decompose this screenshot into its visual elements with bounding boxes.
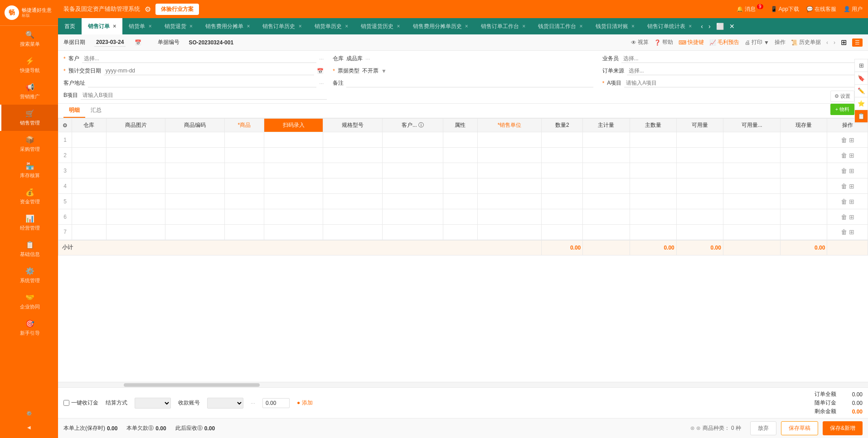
row-image-1[interactable] [106, 132, 165, 148]
tab-sales-return[interactable]: 销货退货 × [158, 18, 199, 34]
address-input[interactable] [88, 79, 316, 87]
tab-reconcile[interactable]: 钱货日清对账 × [589, 18, 641, 34]
tab-close-cost-history[interactable]: × [465, 23, 468, 29]
calendar-icon[interactable]: 📅 [135, 39, 141, 46]
delete-row-4[interactable]: 🗑 [841, 183, 847, 190]
tab-close-daily[interactable]: × [580, 23, 583, 29]
row-unit-1[interactable] [477, 132, 541, 148]
tab-close-all[interactable]: ✕ [727, 23, 737, 30]
tab-close-stats[interactable]: × [689, 23, 692, 29]
sidebar-item-marketing[interactable]: 📢 营销推广 [0, 78, 58, 105]
add-material-btn[interactable]: + 物料 [830, 104, 854, 115]
row-code-2[interactable] [165, 148, 225, 163]
row-available2-1[interactable] [723, 132, 780, 148]
sidebar-item-purchase[interactable]: 📦 采购管理 [0, 131, 58, 157]
user-btn[interactable]: 👤 用户 [844, 5, 863, 13]
payment-select[interactable] [135, 398, 171, 409]
tab-close-sales-bill[interactable]: × [149, 23, 152, 29]
tab-close-split[interactable]: × [247, 23, 250, 29]
nav-prev[interactable]: ‹ [826, 39, 828, 46]
copy-row-6[interactable]: ⊞ [849, 213, 854, 221]
delivery-input[interactable] [104, 67, 315, 75]
delete-row-2[interactable]: 🗑 [841, 152, 847, 159]
invoice-dropdown[interactable]: ▼ [381, 68, 387, 74]
row-current-1[interactable] [781, 132, 827, 148]
copy-row-2[interactable]: ⊞ [849, 152, 854, 159]
row-product-1[interactable] [225, 132, 264, 148]
tab-bill-history[interactable]: 销货单历史 × [308, 18, 354, 34]
row-unit-2[interactable] [477, 148, 541, 163]
tab-sales-bill[interactable]: 销货单 × [122, 18, 158, 34]
sidebar-item-finance[interactable]: 💰 资金管理 [0, 183, 58, 210]
warehouse-dots[interactable]: ··· [365, 56, 370, 62]
row-main-qty-2[interactable] [630, 148, 676, 163]
grid-view-btn[interactable]: ⊞ [841, 38, 847, 47]
copy-row-3[interactable]: ⊞ [849, 167, 854, 174]
copy-row-4[interactable]: ⊞ [849, 183, 854, 190]
th-scan[interactable]: 扫码录入 [264, 119, 323, 132]
row-qty2-1[interactable] [542, 132, 583, 148]
delete-row-7[interactable]: 🗑 [841, 228, 847, 236]
sidebar-item-system[interactable]: ⚙️ 系统管理 [0, 262, 58, 289]
sidebar-settings[interactable]: ⚙️ [3, 407, 55, 419]
add-btn[interactable]: ● 添加 [297, 399, 313, 407]
row-warehouse-1[interactable] [72, 132, 107, 148]
tab-cost-split[interactable]: 销售费用分摊单 × [199, 18, 256, 34]
tab-return-history[interactable]: 销货退货历史 × [354, 18, 406, 34]
tab-order-workbench[interactable]: 销售订单工作台 × [475, 18, 532, 34]
tab-close-sales-order[interactable]: × [113, 23, 116, 29]
row-attr-1[interactable] [443, 132, 478, 148]
address-dots[interactable]: ··· [319, 80, 324, 87]
row-scan-1[interactable] [264, 132, 323, 148]
help-btn[interactable]: ❓ 帮助 [654, 39, 673, 46]
tab-sales-order[interactable]: 销售订单 × [82, 18, 122, 34]
date-value[interactable]: 2023-03-24 [94, 38, 126, 47]
sidebar-item-sales[interactable]: 🛒 销售管理 [0, 105, 58, 131]
tab-next[interactable]: › [706, 23, 713, 30]
save-draft-btn[interactable]: 保存草稿 [781, 421, 818, 435]
staff-input[interactable] [621, 54, 855, 63]
sidebar-item-quick[interactable]: ⚡ 快捷导航 [0, 52, 58, 78]
row-current-2[interactable] [781, 148, 827, 163]
row-spec-1[interactable] [323, 132, 383, 148]
row-main-unit-2[interactable] [583, 148, 630, 163]
operation-btn[interactable]: 操作 [775, 39, 786, 46]
rt-btn-4[interactable]: ⭐ [855, 97, 868, 110]
notification-btn[interactable]: 🔔 消息 9 [737, 5, 763, 13]
th-gear[interactable]: ⚙ [58, 119, 72, 132]
tab-cost-history[interactable]: 销售费用分摊单历史 × [407, 18, 475, 34]
delete-row-5[interactable]: 🗑 [841, 198, 847, 205]
history-btn[interactable]: 📜 历史单据 [791, 39, 821, 46]
sidebar-item-enterprise[interactable]: 🤝 企业协同 [0, 289, 58, 315]
tab-close-return-history[interactable]: × [397, 23, 400, 29]
row-product-2[interactable] [225, 148, 264, 163]
industry-btn[interactable]: 体验行业方案 [155, 4, 199, 15]
amount-input[interactable]: 0.00 [262, 398, 290, 408]
shortcut-btn[interactable]: ⌨ 快捷键 [679, 39, 704, 46]
customer-dots[interactable]: ··· [319, 56, 324, 62]
table-container[interactable]: ⚙ 仓库 商品图片 商品编码 *商品 扫码录入 规格型号 客户... ⓘ 属性 … [58, 118, 868, 382]
row-image-2[interactable] [106, 148, 165, 163]
tab-close-reconcile[interactable]: × [631, 23, 635, 29]
calendar-small-icon[interactable]: 📅 [317, 68, 324, 74]
a-project-input[interactable] [624, 79, 863, 87]
rt-btn-5[interactable]: 📋 [855, 110, 868, 123]
tab-maximize[interactable]: ⬜ [713, 23, 727, 30]
list-view-btn[interactable]: ☰ [852, 39, 863, 47]
delete-row-6[interactable]: 🗑 [841, 213, 847, 221]
copy-row-1[interactable]: ⊞ [849, 136, 854, 144]
copy-row-5[interactable]: ⊞ [849, 198, 854, 205]
view-btn[interactable]: 👁 视算 [631, 39, 649, 46]
sidebar-item-inventory[interactable]: 🏪 库存核算 [0, 157, 58, 183]
sidebar-item-guide[interactable]: 🎯 新手引导 [0, 315, 58, 341]
order-source-input[interactable] [627, 67, 854, 75]
tab-close-return[interactable]: × [189, 23, 193, 29]
rt-btn-1[interactable]: ⊞ [855, 59, 868, 72]
note-input[interactable] [346, 79, 593, 87]
row-available-2[interactable] [676, 148, 723, 163]
settings-btn[interactable]: ⚙ 设置 [830, 91, 854, 102]
account-select[interactable] [207, 398, 243, 409]
tab-close-bill-history[interactable]: × [345, 23, 348, 29]
row-qty2-2[interactable] [542, 148, 583, 163]
rt-btn-2[interactable]: 🔖 [855, 72, 868, 85]
